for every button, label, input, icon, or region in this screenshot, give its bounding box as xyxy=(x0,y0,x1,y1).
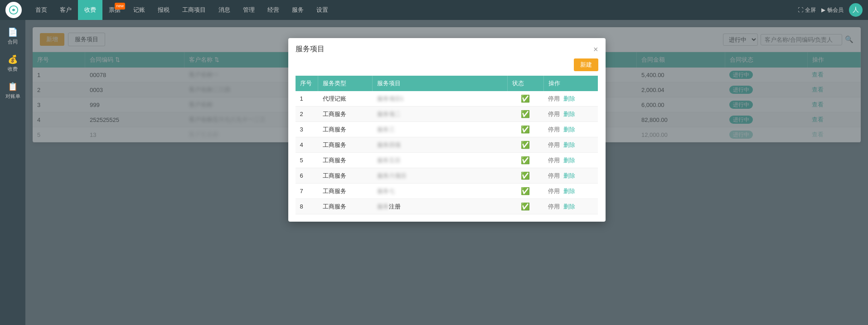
sidebar-item-contract[interactable]: 📄 合同 xyxy=(0,24,25,49)
main-layout: 📄 合同 💰 收费 📋 对账单 新增 服务项目 进行中 已结束 全部 xyxy=(0,20,868,325)
list-item: 2 工商服务 服务项二 ✅ 停用删除 xyxy=(296,107,598,122)
top-nav: 首页 客户 收费 票据 new 记账 报税 工商项目 消息 管理 经营 服务 设… xyxy=(0,0,868,20)
stop-button[interactable]: 停用 xyxy=(548,172,560,179)
nav-bookkeeping[interactable]: 记账 xyxy=(127,0,151,20)
nav-message[interactable]: 消息 xyxy=(212,0,237,20)
status-check-icon: ✅ xyxy=(521,95,530,102)
delete-button[interactable]: 删除 xyxy=(563,95,575,102)
status-check-icon: ✅ xyxy=(521,203,530,210)
modal-new-button[interactable]: 新建 xyxy=(574,58,598,71)
delete-button[interactable]: 删除 xyxy=(563,188,575,194)
content-area: 新增 服务项目 进行中 已结束 全部 🔍 序号 合同编码 xyxy=(25,20,868,325)
nav-operation[interactable]: 经营 xyxy=(261,0,286,20)
stop-button[interactable]: 停用 xyxy=(548,157,560,164)
status-check-icon: ✅ xyxy=(521,110,530,118)
service-table-body: 1 代理记账 服务项目1 ✅ 停用删除 2 工商服务 服务项二 ✅ xyxy=(296,91,598,214)
nav-home[interactable]: 首页 xyxy=(29,0,53,20)
nav-customer[interactable]: 客户 xyxy=(53,0,78,20)
list-item: 3 工商服务 服务三 ✅ 停用删除 xyxy=(296,122,598,137)
modal-col-status: 状态 xyxy=(507,76,543,91)
delete-button[interactable]: 删除 xyxy=(563,111,575,117)
delete-button[interactable]: 删除 xyxy=(563,126,575,133)
contract-icon: 📄 xyxy=(8,27,18,37)
app-logo[interactable] xyxy=(5,2,22,18)
nav-settings[interactable]: 设置 xyxy=(310,0,335,20)
top-nav-right: ⛶ 全屏 ▶ 畅会员 人 xyxy=(798,3,863,17)
fullscreen-icon: ⛶ xyxy=(798,7,803,13)
nav-billing[interactable]: 收费 xyxy=(78,0,102,20)
modal-title: 服务项目 xyxy=(296,44,325,54)
modal-col-item: 服务项目 xyxy=(373,76,508,91)
modal-col-seq: 序号 xyxy=(296,76,318,91)
delete-button[interactable]: 删除 xyxy=(563,157,575,164)
modal-overlay: 服务项目 × 新建 序号 服务类型 服务项目 状态 xyxy=(25,20,868,325)
sidebar-item-billing[interactable]: 💰 收费 xyxy=(0,51,25,76)
modal-header: 服务项目 × xyxy=(288,38,606,54)
new-badge: new xyxy=(115,3,125,10)
delete-button[interactable]: 删除 xyxy=(563,141,575,148)
vip-btn[interactable]: ▶ 畅会员 xyxy=(821,6,844,14)
nav-biz[interactable]: 工商项目 xyxy=(176,0,212,20)
status-check-icon: ✅ xyxy=(521,156,530,164)
stop-button[interactable]: 停用 xyxy=(548,188,560,194)
list-item: 4 工商服务 服务四项 ✅ 停用删除 xyxy=(296,137,598,153)
list-item: 1 代理记账 服务项目1 ✅ 停用删除 xyxy=(296,91,598,107)
list-item: 5 工商服务 服务五目 ✅ 停用删除 xyxy=(296,153,598,168)
stop-button[interactable]: 停用 xyxy=(548,111,560,117)
billing-icon: 💰 xyxy=(8,54,18,64)
status-check-icon: ✅ xyxy=(521,126,530,133)
nav-manage[interactable]: 管理 xyxy=(237,0,261,20)
list-item: 8 工商服务 服务注册 ✅ 停用删除 xyxy=(296,199,598,214)
stop-button[interactable]: 停用 xyxy=(548,126,560,133)
modal-body: 序号 服务类型 服务项目 状态 操作 1 代理记账 服务项目1 xyxy=(288,76,606,222)
avatar[interactable]: 人 xyxy=(849,3,863,17)
status-check-icon: ✅ xyxy=(521,172,530,179)
vip-icon: ▶ xyxy=(821,7,825,13)
nav-invoice[interactable]: 票据 new xyxy=(102,0,127,20)
statement-icon: 📋 xyxy=(8,82,18,92)
service-table-header: 序号 服务类型 服务项目 状态 操作 xyxy=(296,76,598,91)
list-item: 6 工商服务 服务六项目 ✅ 停用删除 xyxy=(296,168,598,184)
modal-col-action: 操作 xyxy=(543,76,598,91)
sidebar-item-statement[interactable]: 📋 对账单 xyxy=(0,78,25,103)
delete-button[interactable]: 删除 xyxy=(563,172,575,179)
modal-close-button[interactable]: × xyxy=(593,45,598,53)
stop-button[interactable]: 停用 xyxy=(548,141,560,148)
nav-tax[interactable]: 报税 xyxy=(151,0,176,20)
sidebar: 📄 合同 💰 收费 📋 对账单 xyxy=(0,20,25,325)
fullscreen-btn[interactable]: ⛶ 全屏 xyxy=(798,6,816,14)
stop-button[interactable]: 停用 xyxy=(548,203,560,210)
stop-button[interactable]: 停用 xyxy=(548,95,560,102)
status-check-icon: ✅ xyxy=(521,141,530,149)
status-check-icon: ✅ xyxy=(521,187,530,195)
modal-toolbar: 新建 xyxy=(288,54,606,76)
nav-service[interactable]: 服务 xyxy=(286,0,310,20)
list-item: 7 工商服务 服务七 ✅ 停用删除 xyxy=(296,184,598,199)
service-modal: 服务项目 × 新建 序号 服务类型 服务项目 状态 xyxy=(288,38,606,222)
service-table: 序号 服务类型 服务项目 状态 操作 1 代理记账 服务项目1 xyxy=(296,76,598,214)
modal-col-type: 服务类型 xyxy=(318,76,373,91)
delete-button[interactable]: 删除 xyxy=(563,203,575,210)
